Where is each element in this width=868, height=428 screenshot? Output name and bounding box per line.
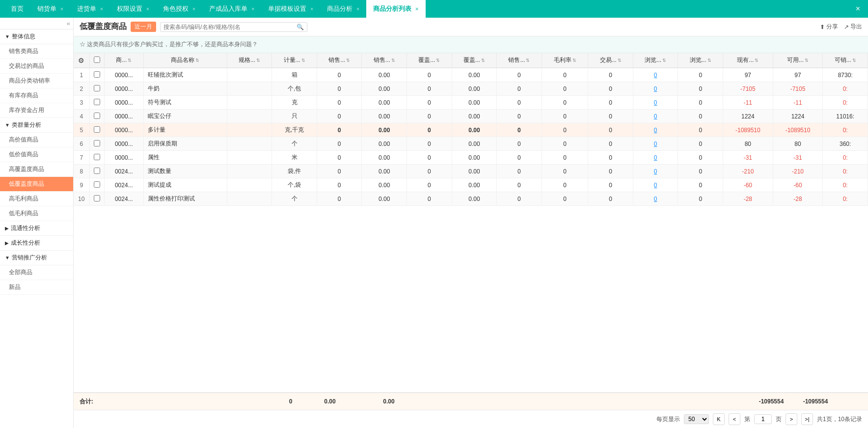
row-browse1[interactable]: 0 xyxy=(633,123,678,137)
row-browse1[interactable]: 0 xyxy=(633,110,678,123)
sidebar-item-high-value[interactable]: 高价值商品 xyxy=(0,133,73,147)
page-number-input[interactable] xyxy=(754,414,772,424)
browse-link[interactable]: 0 xyxy=(654,72,657,79)
row-select-checkbox[interactable] xyxy=(94,154,100,160)
row-checkbox[interactable] xyxy=(89,151,104,165)
nav-item-permissions[interactable]: 权限设置 × xyxy=(110,0,156,18)
row-browse1[interactable]: 0 xyxy=(633,137,678,151)
nav-item-roles[interactable]: 角色授权 × xyxy=(156,0,202,18)
row-select-checkbox[interactable] xyxy=(94,140,100,146)
row-select-checkbox[interactable] xyxy=(94,181,100,188)
browse-link[interactable]: 0 xyxy=(654,99,657,106)
close-icon[interactable]: × xyxy=(100,6,103,12)
close-icon[interactable]: × xyxy=(251,6,254,12)
browse-link[interactable]: 0 xyxy=(654,168,657,175)
col-available[interactable]: 可用...⇅ xyxy=(773,53,823,68)
row-select-checkbox[interactable] xyxy=(94,71,100,78)
close-icon[interactable]: × xyxy=(60,6,63,12)
sidebar-item-stock-fund[interactable]: 库存资金占用 xyxy=(0,103,73,118)
page-size-select[interactable]: 50 100 200 xyxy=(684,414,709,424)
search-icon[interactable]: 🔍 xyxy=(297,24,304,30)
nav-item-home[interactable]: 首页 xyxy=(4,0,30,18)
row-checkbox[interactable] xyxy=(89,192,104,206)
browse-link[interactable]: 0 xyxy=(654,196,657,202)
first-page-btn[interactable]: K xyxy=(713,413,725,425)
row-browse1[interactable]: 0 xyxy=(633,151,678,165)
sidebar-item-low-value[interactable]: 低价值商品 xyxy=(0,147,73,162)
sidebar-group-growth[interactable]: ▶ 成长性分析 xyxy=(0,236,73,251)
row-browse1[interactable]: 0 xyxy=(633,96,678,110)
row-select-checkbox[interactable] xyxy=(94,99,100,105)
sidebar-item-all-goods[interactable]: 全部商品 xyxy=(0,265,73,280)
nav-item-sales[interactable]: 销货单 × xyxy=(30,0,70,18)
period-button[interactable]: 近一月 xyxy=(131,22,156,32)
nav-item-production[interactable]: 产成品入库单 × xyxy=(202,0,261,18)
col-cover1[interactable]: 覆盖...⇅ xyxy=(407,53,452,68)
sidebar-item-sales-goods[interactable]: 销售类商品 xyxy=(0,44,73,59)
col-current[interactable]: 现有...⇅ xyxy=(723,53,773,68)
next-page-btn[interactable]: > xyxy=(786,413,797,425)
sidebar-item-stock-goods[interactable]: 有库存商品 xyxy=(0,88,73,103)
close-icon[interactable]: × xyxy=(310,6,313,12)
row-browse1[interactable]: 0 xyxy=(633,165,678,178)
row-checkbox[interactable] xyxy=(89,178,104,192)
row-select-checkbox[interactable] xyxy=(94,113,100,119)
row-select-checkbox[interactable] xyxy=(94,85,100,91)
nav-item-template[interactable]: 单据模板设置 × xyxy=(261,0,320,18)
row-checkbox[interactable] xyxy=(89,137,104,151)
last-page-btn[interactable]: >| xyxy=(801,413,813,425)
row-browse1[interactable]: 0 xyxy=(633,82,678,96)
browse-link[interactable]: 0 xyxy=(654,141,657,147)
settings-icon[interactable]: ⚙ xyxy=(78,57,84,64)
nav-item-analysis-list[interactable]: 商品分析列表 × xyxy=(366,0,425,18)
sidebar-item-low-margin[interactable]: 低毛利商品 xyxy=(0,206,73,221)
row-browse1[interactable]: 0 xyxy=(633,192,678,206)
row-browse1[interactable]: 0 xyxy=(633,178,678,192)
nav-item-analysis[interactable]: 商品分析 × xyxy=(320,0,366,18)
export-button[interactable]: ↗ 导出 xyxy=(844,23,862,31)
col-settings[interactable]: ⚙ xyxy=(74,53,89,68)
browse-link[interactable]: 0 xyxy=(654,113,657,120)
share-button[interactable]: ⬆ 分享 xyxy=(820,23,838,31)
col-sales3[interactable]: 销售...⇅ xyxy=(497,53,542,68)
row-checkbox[interactable] xyxy=(89,68,104,82)
row-browse1[interactable]: 0 xyxy=(633,68,678,82)
col-spec[interactable]: 规格...⇅ xyxy=(227,53,272,68)
row-checkbox[interactable] xyxy=(89,82,104,96)
row-checkbox[interactable] xyxy=(89,123,104,137)
browse-link[interactable]: 0 xyxy=(654,182,657,189)
col-gross-margin[interactable]: 毛利率⇅ xyxy=(542,53,588,68)
col-sales-count[interactable]: 销售...⇅ xyxy=(317,53,362,68)
sidebar-group-circulation[interactable]: ▶ 流通性分析 xyxy=(0,221,73,236)
sidebar-item-traded-goods[interactable]: 交易过的商品 xyxy=(0,59,73,74)
close-icon[interactable]: × xyxy=(146,6,149,12)
row-select-checkbox[interactable] xyxy=(94,195,100,201)
row-select-checkbox[interactable] xyxy=(94,126,100,133)
sidebar-group-cluster[interactable]: ▼ 类群量分析 xyxy=(0,118,73,133)
col-cover2[interactable]: 覆盖...⇅ xyxy=(452,53,497,68)
row-checkbox[interactable] xyxy=(89,96,104,110)
prev-page-btn[interactable]: < xyxy=(729,413,740,425)
browse-link[interactable]: 0 xyxy=(654,154,657,161)
close-icon[interactable]: × xyxy=(356,6,359,12)
sidebar-item-new-goods[interactable]: 新品 xyxy=(0,280,73,295)
sidebar-item-category-rate[interactable]: 商品分类动销率 xyxy=(0,74,73,88)
col-code[interactable]: 商...⇅ xyxy=(104,53,144,68)
global-close-button[interactable]: × xyxy=(852,4,864,13)
sidebar-item-low-coverage[interactable]: 低覆盖度商品 xyxy=(0,177,73,192)
sidebar-group-overall[interactable]: ▼ 整体信息 xyxy=(0,29,73,44)
sidebar-collapse-btn[interactable]: « xyxy=(67,20,70,27)
sidebar-group-marketing[interactable]: ▼ 营销推广分析 xyxy=(0,251,73,265)
col-unit[interactable]: 计量...⇅ xyxy=(272,53,317,68)
col-transaction[interactable]: 交易...⇅ xyxy=(588,53,633,68)
close-icon[interactable]: × xyxy=(415,6,418,12)
browse-link[interactable]: 0 xyxy=(654,127,657,134)
row-select-checkbox[interactable] xyxy=(94,168,100,174)
col-browse1[interactable]: 浏览...⇅ xyxy=(633,53,678,68)
row-checkbox[interactable] xyxy=(89,165,104,178)
sidebar-item-high-coverage[interactable]: 高覆盖度商品 xyxy=(0,162,73,177)
col-salable[interactable]: 可销...⇅ xyxy=(823,53,868,68)
col-browse2[interactable]: 浏览...⇅ xyxy=(678,53,723,68)
col-sales-amount[interactable]: 销售...⇅ xyxy=(362,53,407,68)
search-input[interactable] xyxy=(163,24,295,30)
